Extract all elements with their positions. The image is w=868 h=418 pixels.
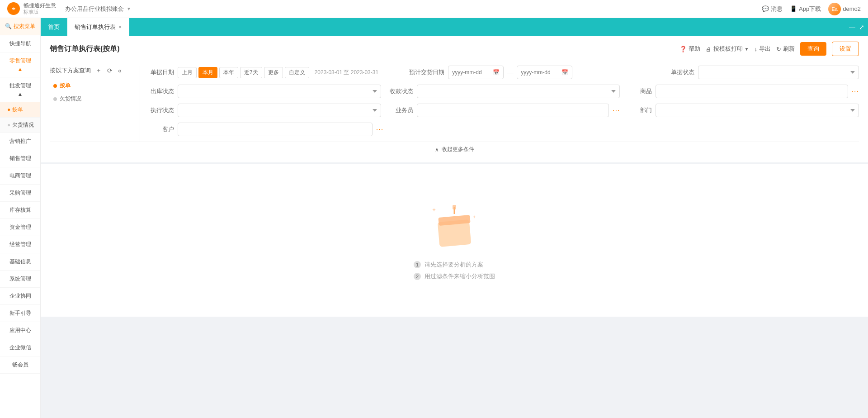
date-btn-this-month[interactable]: 本月 xyxy=(198,67,217,78)
filter-row-3: 执行状态 业务员 ··· 部门 xyxy=(149,104,859,117)
filter-btn-group: ＋ ⟳ « xyxy=(94,66,123,76)
sidebar-item-retail[interactable]: 零售管理 ▲ xyxy=(0,52,40,77)
tab-minimize-icon[interactable]: — xyxy=(849,24,855,31)
doc-status-select[interactable] xyxy=(698,66,859,79)
salesperson-more-button[interactable]: ··· xyxy=(613,106,620,114)
goods-input[interactable] xyxy=(656,85,848,98)
filter-add-button[interactable]: ＋ xyxy=(94,66,104,76)
date-btn-more[interactable]: 更多 xyxy=(264,67,283,78)
header-title: 办公用品行业模拟账套 xyxy=(65,5,124,13)
expected-date-label: 预计交货日期 xyxy=(409,68,444,76)
customer-input[interactable] xyxy=(178,123,373,136)
customer-more-button[interactable]: ··· xyxy=(376,125,383,133)
date-btn-this-year[interactable]: 本年 xyxy=(219,67,238,78)
tab-active-label: 销售订单执行表 xyxy=(75,23,116,31)
tab-home[interactable]: 首页 xyxy=(41,18,67,36)
help-label: 帮助 xyxy=(689,45,700,53)
filter-sub-欠货情况[interactable]: 欠货情况 xyxy=(53,92,132,105)
print-button[interactable]: 🖨 按模板打印 ▼ xyxy=(706,45,749,53)
filter-section: 按以下方案查询 ＋ ⟳ « 按单 xyxy=(50,66,859,142)
message-button[interactable]: 💬 消息 xyxy=(762,5,783,13)
search-icon: 🔍 xyxy=(5,23,12,29)
print-icon: 🖨 xyxy=(706,46,712,52)
sidebar-sub-按单[interactable]: ● 按单 xyxy=(0,102,40,118)
sidebar-item-guide[interactable]: 新手引导 xyxy=(0,305,40,322)
refresh-icon: ↻ xyxy=(776,46,781,52)
logo-area: 畅捷通好生意 标准版 xyxy=(7,2,56,15)
empty-text-item-2: 2 用过滤条件来缩小分析范围 xyxy=(414,272,495,280)
sidebar-item-management[interactable]: 经营管理 xyxy=(0,236,40,253)
collapse-button[interactable]: ∧ 收起更多条件 xyxy=(50,142,859,157)
sidebar-ecom-label: 电商管理 xyxy=(9,172,31,180)
expected-date-end-input[interactable] xyxy=(521,69,561,76)
sidebar-sub-欠货[interactable]: ● 欠货情况 xyxy=(0,118,40,133)
sidebar-item-enterprise[interactable]: 企业协同 xyxy=(0,288,40,305)
empty-text-2: 用过滤条件来缩小分析范围 xyxy=(425,272,495,280)
filter-collapse-button[interactable]: « xyxy=(116,66,123,76)
app-download-button[interactable]: 📱 App下载 xyxy=(790,5,821,13)
sidebar-item-inventory[interactable]: 库存核算 xyxy=(0,202,40,219)
sidebar-item-member[interactable]: 畅会员 xyxy=(0,356,40,374)
main-layout: 🔍 搜索菜单 快捷导航 零售管理 ▲ 批发管理 ▲ ● 按单 ● 欠货情况 营销… xyxy=(0,18,868,418)
content-area: 首页 销售订单执行表 × — ⤢ 销售订单执行表(按单) ❓ 帮助 xyxy=(41,18,868,418)
filter-group-salesperson: 业务员 ··· xyxy=(388,104,620,117)
export-button[interactable]: ↓ 导出 xyxy=(755,45,771,53)
sidebar-search[interactable]: 🔍 搜索菜单 xyxy=(0,18,40,35)
exec-status-label: 执行状态 xyxy=(149,106,174,114)
sidebar-inventory-label: 库存核算 xyxy=(9,206,31,214)
sidebar-item-ecom[interactable]: 电商管理 xyxy=(0,167,40,185)
sidebar-item-sales[interactable]: 销售管理 xyxy=(0,150,40,167)
top-header: 畅捷通好生意 标准版 办公用品行业模拟账套 ▼ 💬 消息 📱 App下载 Ea … xyxy=(0,0,868,18)
page-header: 销售订单执行表(按单) ❓ 帮助 🖨 按模板打印 ▼ ↓ 导出 xyxy=(41,36,868,60)
expected-date-start-wrapper: 📅 xyxy=(448,66,504,79)
user-area[interactable]: Ea demo2 xyxy=(828,3,861,15)
sidebar: 🔍 搜索菜单 快捷导航 零售管理 ▲ 批发管理 ▲ ● 按单 ● 欠货情况 营销… xyxy=(0,18,41,418)
logo-text-group: 畅捷通好生意 标准版 xyxy=(24,2,56,15)
refresh-button[interactable]: ↻ 刷新 xyxy=(776,45,795,53)
filter-refresh-button[interactable]: ⟳ xyxy=(105,66,114,76)
tab-close-icon[interactable]: × xyxy=(118,24,122,30)
tab-expand-icon[interactable]: ⤢ xyxy=(859,24,864,31)
svg-text:✦: ✦ xyxy=(432,207,436,213)
sidebar-item-system[interactable]: 系统管理 xyxy=(0,271,40,288)
goods-more-button[interactable]: ··· xyxy=(852,87,859,95)
filter-sub-欠货情况-label: 欠货情况 xyxy=(60,95,81,103)
sidebar-item-finance[interactable]: 资金管理 xyxy=(0,219,40,236)
sidebar-wholesale-label: 批发管理 xyxy=(9,82,31,90)
settings-button[interactable]: 设置 xyxy=(832,42,859,56)
sidebar-item-basic[interactable]: 基础信息 xyxy=(0,253,40,271)
salesperson-label: 业务员 xyxy=(388,106,413,114)
filter-group-doc-status: 单据状态 xyxy=(670,66,859,79)
sidebar-item-wholesale[interactable]: 批发管理 ▲ xyxy=(0,77,40,102)
query-button[interactable]: 查询 xyxy=(800,42,826,56)
sidebar-wholesale-arrow: ▲ xyxy=(18,91,23,97)
date-btn-7days[interactable]: 近7天 xyxy=(240,67,262,78)
out-status-select[interactable] xyxy=(178,85,381,98)
date-btn-last-month[interactable]: 上月 xyxy=(178,67,197,78)
header-dropdown-icon[interactable]: ▼ xyxy=(127,6,131,11)
receive-status-select[interactable] xyxy=(417,85,620,98)
sidebar-item-wechat[interactable]: 企业微信 xyxy=(0,339,40,356)
tab-active[interactable]: 销售订单执行表 × xyxy=(67,18,129,36)
sidebar-item-appstore[interactable]: 应用中心 xyxy=(0,322,40,339)
filter-sub-dot-gray xyxy=(53,97,57,101)
filter-section-label: 按以下方案查询 xyxy=(50,66,91,75)
salesperson-input[interactable] xyxy=(417,104,609,117)
help-icon: ❓ xyxy=(679,46,687,52)
sidebar-item-nav[interactable]: 快捷导航 xyxy=(0,35,40,52)
sidebar-item-purchase[interactable]: 采购管理 xyxy=(0,185,40,202)
customer-label: 客户 xyxy=(149,125,174,133)
expected-date-start-input[interactable] xyxy=(452,69,493,76)
sidebar-purchase-label: 采购管理 xyxy=(9,189,31,197)
filter-sub-按单[interactable]: 按单 xyxy=(53,79,132,92)
download-icon: 📱 xyxy=(790,5,797,12)
date-btn-custom[interactable]: 自定义 xyxy=(285,67,309,78)
sidebar-sales-label: 销售管理 xyxy=(9,155,31,162)
sidebar-finance-label: 资金管理 xyxy=(9,223,31,231)
help-button[interactable]: ❓ 帮助 xyxy=(679,45,700,53)
dept-select[interactable] xyxy=(656,104,859,117)
exec-status-select[interactable] xyxy=(178,104,381,117)
filter-sub-items: 按单 欠货情况 xyxy=(50,79,132,105)
sidebar-item-marketing[interactable]: 营销推广 xyxy=(0,133,40,150)
message-icon: 💬 xyxy=(762,5,769,12)
